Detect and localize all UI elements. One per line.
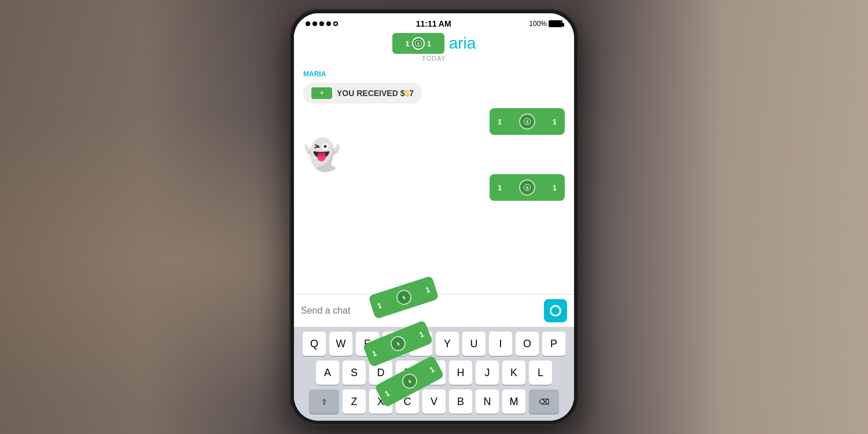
send-button[interactable] <box>544 299 567 322</box>
send-icon <box>550 305 561 317</box>
key-p[interactable]: P <box>542 332 565 356</box>
signal-dot-3 <box>319 21 324 26</box>
key-q[interactable]: Q <box>303 332 326 356</box>
key-m[interactable]: M <box>502 389 525 414</box>
received-text: YOU RECEIVED $$7 <box>337 89 414 98</box>
key-g[interactable]: G <box>422 361 446 385</box>
key-k[interactable]: K <box>502 361 525 385</box>
status-bar: 11:11 AM 100% <box>294 13 574 31</box>
input-area <box>294 294 574 327</box>
signal-dot-5 <box>333 21 338 26</box>
status-time: 11:11 AM <box>416 19 451 28</box>
key-v[interactable]: V <box>422 389 446 414</box>
money-bill-large-1: 1 $ 1 <box>490 108 565 135</box>
sender-label: MARIA <box>303 70 326 78</box>
bill-1-left: 1 <box>498 117 502 126</box>
svg-text:$: $ <box>417 42 420 46</box>
keyboard-row-1: Q W E R T Y U I O P <box>296 332 572 356</box>
key-o[interactable]: O <box>516 332 539 356</box>
key-l[interactable]: L <box>529 361 552 385</box>
key-c[interactable]: C <box>396 389 419 414</box>
chat-input[interactable] <box>301 306 539 316</box>
bill-2-circle: $ <box>519 179 535 196</box>
bill-num-right: 1 <box>427 39 431 48</box>
phone-screen: 11:11 AM 100% 1 $ 1 ari <box>294 13 574 421</box>
bill-1-circle: $ <box>519 113 535 130</box>
key-s[interactable]: S <box>343 361 366 385</box>
key-n[interactable]: N <box>476 389 499 414</box>
bill-center-icon: $ <box>412 37 425 50</box>
key-i[interactable]: I <box>489 332 512 356</box>
ghost-sticker: 👻 <box>303 139 341 170</box>
key-h[interactable]: H <box>449 361 472 385</box>
left-hand-bg <box>0 0 289 434</box>
svg-text:$: $ <box>526 185 528 190</box>
keyboard: Q W E R T Y U I O P A S D F G H J K <box>294 327 574 421</box>
bill-2-left: 1 <box>498 183 502 192</box>
chat-area[interactable]: MARIA 💵 YOU RECEIVED $$7 1 $ 1 <box>294 65 574 294</box>
bill-1-right: 1 <box>553 117 557 126</box>
nav-header: 1 $ 1 aria TODAY <box>294 31 574 65</box>
key-x[interactable]: X <box>369 389 392 414</box>
signal-dot-2 <box>312 21 317 26</box>
key-u[interactable]: U <box>462 332 486 356</box>
received-bill-icon: 💵 <box>311 87 332 99</box>
header-money-bill: 1 $ 1 <box>392 33 444 54</box>
key-t[interactable]: T <box>409 332 432 356</box>
contact-name[interactable]: aria <box>449 34 476 53</box>
key-d[interactable]: D <box>369 361 392 385</box>
key-b[interactable]: B <box>449 389 472 414</box>
right-hand-bg <box>579 0 868 434</box>
bill-num-left: 1 <box>405 39 409 48</box>
key-j[interactable]: J <box>476 361 499 385</box>
received-bubble[interactable]: 💵 YOU RECEIVED $$7 <box>303 83 422 104</box>
phone-frame: 11:11 AM 100% 1 $ 1 ari <box>289 9 579 425</box>
bill-2-right: 1 <box>553 183 557 192</box>
key-y[interactable]: Y <box>436 332 459 356</box>
money-bill-sent-2[interactable]: 1 $ 1 <box>490 174 565 201</box>
signal-dot-4 <box>326 21 331 26</box>
key-shift[interactable]: ⇧ <box>309 389 339 414</box>
keyboard-row-2: A S D F G H J K L <box>296 361 572 385</box>
battery-icon <box>549 20 562 27</box>
signal-dots <box>306 21 338 26</box>
contact-avatar: 1 $ 1 aria <box>392 33 476 54</box>
key-z[interactable]: Z <box>343 389 366 414</box>
key-backspace[interactable]: ⌫ <box>529 389 559 414</box>
battery-percent: 100% <box>529 20 547 28</box>
keyboard-row-3: ⇧ Z X C V B N M ⌫ <box>296 389 572 414</box>
key-e[interactable]: E <box>356 332 379 356</box>
signal-dot-1 <box>306 21 310 26</box>
key-a[interactable]: A <box>316 361 339 385</box>
money-bill-large-2: 1 $ 1 <box>490 174 565 201</box>
key-f[interactable]: F <box>396 361 419 385</box>
status-battery: 100% <box>529 20 562 28</box>
svg-text:$: $ <box>526 119 528 124</box>
money-bill-sent-1[interactable]: 1 $ 1 <box>490 108 565 135</box>
key-r[interactable]: R <box>382 332 406 356</box>
key-w[interactable]: W <box>329 332 352 356</box>
today-label: TODAY <box>422 55 446 62</box>
